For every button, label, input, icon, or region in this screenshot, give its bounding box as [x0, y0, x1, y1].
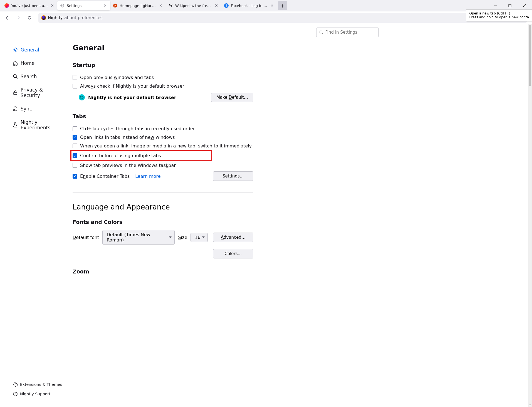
startup-heading: Startup — [73, 62, 253, 68]
search-icon — [319, 30, 323, 34]
puzzle-icon — [12, 381, 18, 388]
ghacks-icon — [113, 3, 117, 8]
checkbox[interactable] — [73, 144, 77, 148]
option-label: Show tab previews in the Windows taskbar — [80, 163, 176, 168]
maximize-button[interactable] — [504, 1, 516, 10]
close-window-button[interactable] — [518, 1, 530, 10]
settings-search-input[interactable]: Find in Settings — [316, 28, 379, 37]
help-icon — [12, 391, 18, 397]
back-button[interactable] — [3, 13, 12, 22]
vertical-scrollbar[interactable]: ▴ ▾ — [528, 24, 532, 407]
checkbox[interactable] — [73, 75, 77, 80]
svg-point-11 — [320, 31, 322, 33]
tab-label: Homepage | gHacks Techno — [120, 4, 156, 8]
identity-label: Nightly — [48, 15, 63, 20]
sidebar-bottom: Extensions & Themes Nightly Support — [0, 379, 68, 403]
main-area: General Home Search Privacy & Security S… — [0, 24, 532, 407]
url-bar[interactable]: Nightly about:preferences — [38, 13, 527, 23]
new-tab-button[interactable]: + — [278, 1, 287, 10]
tab-facebook[interactable]: f Facebook - Log In or Sign U ✕ — [221, 1, 277, 10]
close-icon[interactable]: ✕ — [159, 3, 163, 8]
option-switch-immediately[interactable]: When you open a link, image or media in … — [73, 142, 253, 150]
svg-line-12 — [322, 33, 323, 34]
new-tab-tooltip: Open a new tab (Ctrl+T) Press and hold t… — [466, 9, 532, 21]
option-label: Always check if Nightly is your default … — [80, 83, 184, 89]
font-size-select[interactable]: 16 — [190, 233, 208, 242]
option-label: Confirm before closing multiple tabs — [80, 153, 161, 158]
sidebar-item-experiments[interactable]: Nightly Experiments — [0, 117, 66, 133]
checkbox[interactable] — [73, 163, 77, 168]
sad-face-icon: 😟 — [79, 94, 85, 100]
home-icon — [12, 60, 18, 66]
select-value: Default (Times New Roman) — [107, 232, 167, 243]
tab-upgraded[interactable]: You've just been upgraded ✕ — [2, 1, 57, 10]
option-ctrl-tab[interactable]: Ctrl+Tab cycles through tabs in recently… — [73, 124, 253, 133]
colors-button[interactable]: Colors… — [213, 249, 253, 258]
option-confirm-close[interactable]: Confirm before closing multiple tabs — [73, 152, 161, 159]
search-icon — [12, 73, 18, 80]
tab-ghacks[interactable]: Homepage | gHacks Techno ✕ — [110, 1, 166, 10]
checkbox[interactable] — [73, 126, 77, 131]
not-default-label: Nightly is not your default browser — [88, 95, 208, 100]
flask-icon — [12, 122, 18, 128]
tab-label: Wikipedia, the free encyclop — [175, 4, 212, 8]
tab-label: Facebook - Log In or Sign U — [231, 4, 268, 8]
sidebar-item-extensions[interactable]: Extensions & Themes — [0, 380, 66, 389]
scrollbar-thumb[interactable] — [529, 25, 531, 86]
option-always-check[interactable]: Always check if Nightly is your default … — [73, 82, 253, 90]
option-show-previews[interactable]: Show tab previews in the Windows taskbar — [73, 161, 253, 170]
tab-label: Settings — [67, 4, 101, 8]
settings-sidebar: General Home Search Privacy & Security S… — [0, 24, 68, 407]
sidebar-item-search[interactable]: Search — [0, 71, 66, 82]
sidebar-item-label: Privacy & Security — [21, 87, 63, 98]
highlighted-option: Confirm before closing multiple tabs — [70, 150, 212, 161]
reload-button[interactable] — [25, 13, 34, 22]
checkbox[interactable] — [73, 153, 77, 158]
checkbox[interactable] — [73, 84, 77, 88]
search-placeholder: Find in Settings — [325, 30, 357, 35]
sidebar-item-label: General — [21, 47, 39, 53]
minimize-button[interactable] — [489, 1, 501, 10]
svg-rect-9 — [14, 92, 17, 95]
gear-icon — [12, 47, 18, 53]
language-heading: Language and Appearance — [73, 193, 253, 211]
sidebar-item-sync[interactable]: Sync — [0, 103, 66, 114]
close-icon[interactable]: ✕ — [270, 3, 274, 8]
default-browser-row: 😟 Nightly is not your default browser Ma… — [79, 93, 253, 102]
identity-box[interactable]: Nightly — [41, 15, 63, 20]
lock-icon — [12, 90, 18, 96]
default-font-select[interactable]: Default (Times New Roman) — [102, 230, 175, 245]
learn-more-link[interactable]: Learn more — [135, 174, 160, 179]
zoom-heading: Zoom — [73, 268, 253, 275]
sidebar-item-general[interactable]: General — [0, 44, 66, 55]
tabs-heading: Tabs — [73, 113, 253, 119]
container-settings-button[interactable]: Settings… — [213, 171, 253, 181]
option-open-links[interactable]: Open links in tabs instead of new window… — [73, 133, 253, 142]
checkbox[interactable] — [73, 174, 77, 179]
sidebar-item-label: Home — [21, 60, 34, 66]
sidebar-item-label: Nightly Support — [20, 392, 51, 396]
tab-label: You've just been upgraded — [11, 4, 48, 8]
wikipedia-icon: W — [169, 3, 173, 8]
make-default-button[interactable]: Make Default… — [211, 93, 253, 102]
option-label: Open previous windows and tabs — [80, 75, 154, 80]
sidebar-item-privacy[interactable]: Privacy & Security — [0, 84, 66, 101]
advanced-fonts-button[interactable]: Advanced… — [213, 233, 253, 242]
close-icon[interactable]: ✕ — [214, 3, 219, 8]
checkbox[interactable] — [73, 135, 77, 140]
close-icon[interactable]: ✕ — [103, 3, 107, 8]
sidebar-item-home[interactable]: Home — [0, 58, 66, 69]
option-open-previous[interactable]: Open previous windows and tabs — [73, 73, 253, 82]
scroll-down-arrow[interactable]: ▾ — [528, 403, 532, 407]
fonts-row: Default font Default (Times New Roman) S… — [73, 230, 253, 245]
svg-point-7 — [13, 75, 16, 78]
tab-settings[interactable]: Settings ✕ — [57, 1, 110, 10]
select-value: 16 — [195, 235, 200, 240]
option-label: Open links in tabs instead of new window… — [80, 135, 175, 140]
sidebar-item-support[interactable]: Nightly Support — [0, 390, 66, 398]
svg-line-8 — [16, 77, 18, 79]
tab-wikipedia[interactable]: W Wikipedia, the free encyclop ✕ — [166, 1, 221, 10]
svg-point-6 — [14, 49, 16, 51]
forward-button[interactable] — [14, 13, 23, 22]
close-icon[interactable]: ✕ — [50, 3, 55, 8]
